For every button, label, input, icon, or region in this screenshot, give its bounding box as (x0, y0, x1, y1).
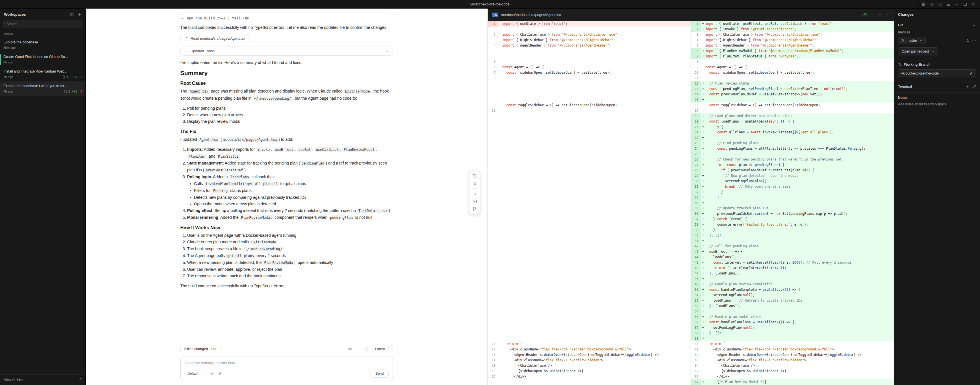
tool-call-chip[interactable]: Read medusa/src/pages/Agent.tsx (180, 34, 249, 43)
edit-icon[interactable] (218, 372, 222, 375)
send-button[interactable]: Send (371, 369, 388, 377)
grid-icon[interactable] (922, 2, 926, 6)
diff-line: 21+ const allPlans = await invoke<PlanIt… (691, 130, 894, 135)
branch-icon[interactable] (473, 207, 477, 211)
list-item: Polling effect: Set up a polling interva… (187, 207, 393, 214)
titlebar-icons (913, 2, 980, 6)
list-item: The Agent page polls get_all_plans every… (187, 253, 393, 259)
files-changed-label: 2 files changed (184, 347, 208, 351)
workspace-item[interactable]: Create Good First Issues on Github So...… (0, 52, 86, 67)
branch-select[interactable]: master (898, 37, 926, 44)
diff-line: 60 return ( (691, 341, 894, 347)
terminal-command[interactable]: npm run build 2>&1 | tail -80 (180, 16, 393, 20)
diff-line: 20+ try { (691, 124, 894, 130)
list-icon[interactable] (473, 181, 477, 185)
expand-terminal-icon[interactable] (972, 85, 976, 89)
diff-line (488, 48, 690, 54)
latest-dropdown[interactable]: Latest (372, 345, 393, 353)
tool-call-chip[interactable]: Updated Todos (180, 46, 393, 56)
diff-line (488, 54, 690, 59)
workspace-title: Install and integrate Vibe Kanban Web... (3, 69, 82, 73)
diff-line: 32+ } (691, 189, 894, 195)
pause-icon[interactable] (913, 2, 918, 6)
list-item: Detects new plans by comparing against p… (194, 194, 393, 201)
diff-line: 2+import { invoke } from "@tauri-apps/ap… (691, 27, 894, 32)
titlebar: vk/3ccf-explore-the-code (0, 0, 980, 9)
diff-line: 7+import { PlanItem, PlanStatus } from "… (691, 54, 894, 59)
diff-line: 2import { ChatInterface } from "@/compon… (488, 32, 690, 37)
mode-dropdown[interactable]: Default (185, 370, 206, 377)
git-section-label: Git (898, 23, 903, 27)
new-terminal-icon[interactable] (966, 85, 969, 89)
diff-line: 4import { AgentHeader } from "@/componen… (488, 43, 690, 48)
branch-icon (901, 39, 905, 42)
play-icon[interactable] (473, 192, 477, 196)
diff-line (488, 86, 690, 92)
more-icon[interactable] (972, 38, 976, 43)
chevD-icon[interactable] (878, 13, 882, 17)
diff-actions (348, 347, 368, 351)
close-icon[interactable] (971, 2, 975, 6)
list-icon[interactable] (356, 347, 360, 351)
attach-icon[interactable] (210, 372, 214, 375)
message-input[interactable] (185, 361, 388, 365)
kebab-icon[interactable] (886, 13, 890, 17)
mode-label: Default (188, 372, 198, 375)
diff-line: 22+ (691, 135, 894, 140)
assistant-paragraph: I've implemented the fix. Here's a summa… (180, 59, 393, 66)
workspace-item[interactable]: Explore the codebase35m ago (0, 38, 86, 52)
ordered-list: User is on the Agent page with a Docker-… (180, 232, 393, 279)
diff-line (488, 130, 690, 135)
chat-bottom-bar: 2 files changed +61 -3 Latest Default (180, 343, 393, 385)
list-item: When a new pending plan is detected, the… (187, 259, 393, 266)
copy-icon[interactable] (473, 173, 477, 178)
ahead-count: ↑1 (965, 38, 969, 43)
minus-icon[interactable] (955, 2, 959, 6)
new-workspace-icon[interactable] (78, 13, 81, 17)
workspace-item[interactable]: Explore the codebase I want you to ex...… (0, 81, 86, 96)
files-changed-summary[interactable]: 2 files changed +61 -3 (180, 345, 226, 353)
diff-line (488, 195, 690, 200)
diff-line: 47+ }, [loadPlans]); (691, 271, 894, 276)
terminal-icon[interactable] (473, 199, 477, 204)
changes-title: Changes (894, 9, 980, 20)
diff-line: 3import { ChatInterface } from "@/compon… (691, 32, 894, 37)
open-pr-button[interactable]: Open pull request (898, 48, 938, 56)
repo-name: medusa (898, 30, 976, 34)
edit-branch-icon[interactable] (969, 72, 973, 75)
collapse-git-icon[interactable] (972, 24, 976, 27)
list-item: Detect when a new plan arrives (187, 112, 393, 118)
tool-call-label: Updated Todos (191, 49, 215, 53)
previous-block-cutoff (180, 9, 393, 11)
working-branch-input[interactable]: vk/3ccf-explore-the-code (898, 69, 976, 77)
ordered-list: Poll for pending plansDetect when a new … (180, 105, 393, 125)
panelB-icon[interactable] (947, 2, 951, 6)
diff-line (488, 282, 690, 287)
diff-line (488, 162, 690, 168)
view-archive[interactable]: View Archive 0 (0, 374, 86, 385)
notes-placeholder[interactable]: Add notes about this workspace... (898, 100, 976, 106)
diff-line (488, 255, 690, 260)
eye-icon[interactable] (348, 347, 352, 351)
diff-line (488, 146, 690, 151)
refresh-icon[interactable] (364, 347, 368, 351)
floating-toolbar (469, 171, 480, 214)
diff-line: 6+import { PlanReviewModal } from "@/com… (691, 48, 894, 54)
working-branch-value: vk/3ccf-explore-the-code (901, 72, 939, 75)
diff-line: 11 return ( (488, 341, 690, 347)
diff-line: 61 <div className="flex flex-col h-scree… (691, 347, 894, 352)
tool-call-label: Read medusa/src/pages/Agent.tsx (191, 37, 245, 41)
collapse-sidebar-icon[interactable] (70, 13, 74, 17)
workspace-timestamp: 35m ago (3, 46, 16, 49)
monitor-icon[interactable] (938, 2, 942, 6)
diff-line: 30+ setPendingPlan(plan); (691, 178, 894, 184)
rows-icon[interactable] (930, 2, 934, 6)
diff-line (488, 27, 690, 32)
search-input[interactable] (3, 20, 82, 28)
chat-scroll-area[interactable]: npm run build 2>&1 | tail -80The build c… (86, 9, 487, 343)
workspace-timestamp: 6h ago (3, 60, 13, 64)
workspace-item[interactable]: Install and integrate Vibe Kanban Web...… (0, 67, 86, 81)
square-icon[interactable] (963, 2, 967, 6)
chevron-down-icon (180, 16, 184, 20)
diff-line: 67+ {/* Plan Review Modal */} (691, 379, 894, 385)
